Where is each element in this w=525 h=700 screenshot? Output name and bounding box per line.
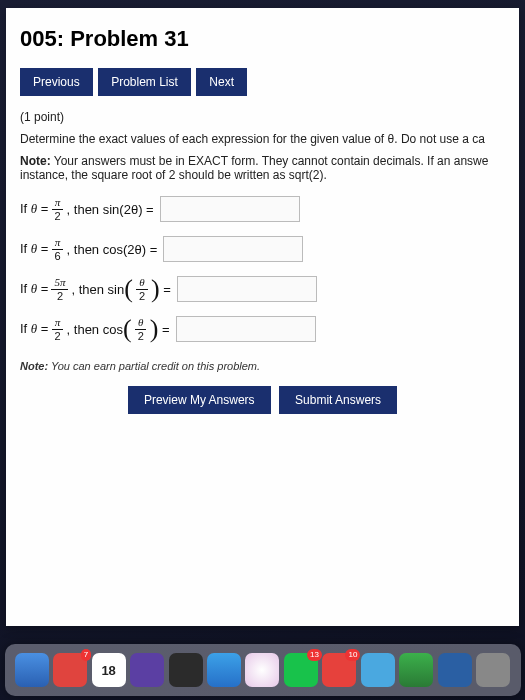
problem-prompt: Determine the exact values of each expre… [20, 132, 505, 146]
badge: 10 [345, 649, 360, 661]
fraction: π 2 [51, 316, 63, 341]
next-button[interactable]: Next [196, 68, 247, 96]
then-label: , then cos [67, 322, 123, 337]
lparen: ( [123, 319, 132, 340]
action-row: Preview My Answers Submit Answers [20, 386, 505, 414]
equals: = [160, 282, 171, 297]
podcasts-icon[interactable] [130, 653, 164, 687]
answer-input-2[interactable] [163, 236, 303, 262]
note-bold: Note: [20, 154, 51, 168]
word-icon[interactable] [438, 653, 472, 687]
function-label: sin(2θ) = [103, 202, 154, 217]
lparen: ( [124, 279, 133, 300]
then-label: , then sin [71, 282, 124, 297]
problem-page: 005: Problem 31 Previous Problem List Ne… [6, 8, 519, 626]
numerator: 5π [51, 276, 68, 289]
function-label: sin [108, 282, 125, 297]
denominator: 6 [51, 250, 63, 262]
rparen: ) [151, 279, 160, 300]
numerator: π [52, 316, 64, 329]
expression-row: If θ = π 2 , then cos ( θ 2 ) = [20, 316, 505, 342]
messages-icon[interactable]: 13 [284, 653, 318, 687]
if-label: If θ = [20, 201, 48, 217]
numbers-icon[interactable] [399, 653, 433, 687]
safari-icon[interactable] [207, 653, 241, 687]
if-label: If θ = [20, 281, 48, 297]
note-text-2: instance, the square root of 2 should be… [20, 168, 327, 182]
answer-input-4[interactable] [176, 316, 316, 342]
settings-icon[interactable] [476, 653, 510, 687]
fraction: π 6 [51, 236, 63, 261]
half-angle: θ 2 [136, 276, 148, 301]
half-angle: θ 2 [135, 316, 147, 341]
page-title: 005: Problem 31 [20, 26, 505, 52]
equals: = [158, 322, 169, 337]
expression-row: If θ = π 6 , then cos(2θ) = [20, 236, 505, 262]
calendar-day: 18 [101, 663, 115, 678]
note-bottom: Note: You can earn partial credit on thi… [20, 360, 505, 372]
badge: 13 [307, 649, 322, 661]
screen: 005: Problem 31 Previous Problem List Ne… [0, 0, 525, 700]
function-label: cos [103, 322, 123, 337]
music-icon[interactable]: 10 [322, 653, 356, 687]
denominator: 2 [51, 210, 63, 222]
denominator: 2 [135, 330, 147, 342]
denominator: 2 [136, 290, 148, 302]
if-label: If θ = [20, 321, 48, 337]
finder-icon[interactable] [15, 653, 49, 687]
answer-input-1[interactable] [160, 196, 300, 222]
numerator: π [52, 196, 64, 209]
numerator: π [52, 236, 64, 249]
expression-row: If θ = 5π 2 , then sin ( θ 2 ) = [20, 276, 505, 302]
nav-row: Previous Problem List Next [20, 68, 505, 96]
function-label: cos(2θ) = [103, 242, 158, 257]
points-label: (1 point) [20, 110, 505, 124]
denominator: 2 [51, 330, 63, 342]
badge: 7 [81, 649, 91, 661]
fraction: 5π 2 [51, 276, 68, 301]
numerator: θ [135, 316, 146, 329]
then-label: , then cos(2θ) = [67, 242, 158, 257]
note-bold: Note: [20, 360, 48, 372]
denominator: 2 [54, 290, 66, 302]
note-text: Your answers must be in EXACT form. They… [51, 154, 489, 168]
then-label: , then sin(2θ) = [67, 202, 154, 217]
rparen: ) [150, 319, 159, 340]
numerator: θ [136, 276, 147, 289]
photos-icon[interactable] [245, 653, 279, 687]
appstore-icon[interactable] [361, 653, 395, 687]
reminders-icon[interactable] [169, 653, 203, 687]
fraction: π 2 [51, 196, 63, 221]
answer-input-3[interactable] [177, 276, 317, 302]
expression-row: If θ = π 2 , then sin(2θ) = [20, 196, 505, 222]
preview-answers-button[interactable]: Preview My Answers [128, 386, 271, 414]
if-label: If θ = [20, 241, 48, 257]
previous-button[interactable]: Previous [20, 68, 93, 96]
problem-list-button[interactable]: Problem List [98, 68, 191, 96]
note-top: Note: Your answers must be in EXACT form… [20, 154, 505, 182]
submit-answers-button[interactable]: Submit Answers [279, 386, 397, 414]
note-text: You can earn partial credit on this prob… [48, 360, 260, 372]
mail-icon[interactable]: 7 [53, 653, 87, 687]
macos-dock: 7 18 13 10 [5, 644, 521, 696]
calendar-icon[interactable]: 18 [92, 653, 126, 687]
